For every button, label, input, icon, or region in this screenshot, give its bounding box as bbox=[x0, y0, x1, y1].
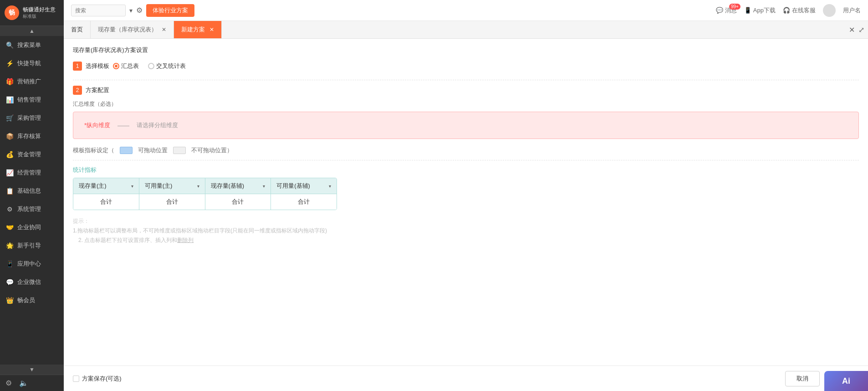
sidebar-item-sales[interactable]: 📊 销售管理 bbox=[0, 91, 64, 109]
sidebar-scroll-down[interactable]: ▼ bbox=[0, 365, 64, 375]
save-label: 方案保存(可选) bbox=[82, 375, 122, 383]
stats-col-0[interactable]: 现存量(主) ▾ bbox=[73, 178, 139, 194]
sidebar-item-marketing[interactable]: 🎁 营销推广 bbox=[0, 72, 64, 91]
sidebar-item-inventory[interactable]: 📦 库存核算 bbox=[0, 127, 64, 145]
sidebar-item-basic-info[interactable]: 📋 基础信息 bbox=[0, 182, 64, 200]
online-service-button[interactable]: 🎧 在线客服 bbox=[783, 6, 816, 15]
save-checkbox[interactable] bbox=[73, 376, 79, 382]
stats-table-header: 现存量(主) ▾ 可用量(主) ▾ 现存量(基辅) ▾ 可用量(基辅) ▾ bbox=[73, 178, 337, 194]
app-download-label: App下载 bbox=[753, 6, 776, 15]
col-1-chevron[interactable]: ▾ bbox=[197, 184, 199, 189]
col-2-chevron[interactable]: ▾ bbox=[263, 184, 265, 189]
radio-summary-dot bbox=[113, 63, 119, 69]
tab-inventory[interactable]: 现存量（库存状况表） ✕ bbox=[91, 21, 174, 38]
dimension-required-label: *纵向维度 bbox=[84, 121, 110, 129]
content-area: 现存量(库存状况表)方案设置 1 选择模板 汇总表 交叉统计表 bbox=[64, 39, 868, 365]
tab-home[interactable]: 首页 bbox=[64, 21, 91, 38]
section-1: 1 选择模板 汇总表 交叉统计表 bbox=[73, 62, 859, 71]
stats-table: 现存量(主) ▾ 可用量(主) ▾ 现存量(基辅) ▾ 可用量(基辅) ▾ bbox=[73, 178, 337, 210]
stats-col-3[interactable]: 可用量(基辅) ▾ bbox=[271, 178, 337, 194]
sidebar-item-label: 新手引导 bbox=[17, 242, 41, 250]
sidebar-item-label: 经营管理 bbox=[17, 169, 41, 177]
app-download-button[interactable]: 📱 App下载 bbox=[744, 6, 776, 15]
col-3-chevron[interactable]: ▾ bbox=[329, 184, 331, 189]
section-1-header: 1 选择模板 汇总表 交叉统计表 bbox=[73, 62, 859, 71]
app-logo-icon: 畅 bbox=[5, 5, 19, 20]
page-title: 现存量(库存状况表)方案设置 bbox=[73, 46, 859, 54]
sidebar-item-finance[interactable]: 💰 资金管理 bbox=[0, 145, 64, 164]
stats-col-2-label: 现存量(基辅) bbox=[211, 182, 245, 190]
tab-new-scheme-label: 新建方案 bbox=[181, 26, 205, 34]
stats-table-row: 合计 合计 合计 合计 bbox=[73, 194, 337, 210]
tip-0: 1.拖动标题栏可以调整布局，不可跨维度或指标区域拖动栏目字段(只能在同一维度或指… bbox=[73, 227, 859, 235]
sidebar-item-label: 营销推广 bbox=[17, 77, 41, 86]
volume-icon[interactable]: 🔈 bbox=[19, 379, 28, 387]
radio-cross-table[interactable]: 交叉统计表 bbox=[148, 62, 186, 70]
sidebar-item-appstore[interactable]: 📱 应用中心 bbox=[0, 255, 64, 273]
stats-col-1[interactable]: 可用量(主) ▾ bbox=[139, 178, 205, 194]
topbar-gear-icon[interactable]: ⚙ bbox=[136, 6, 143, 15]
system-icon: ⚙ bbox=[5, 205, 14, 213]
settings-icon[interactable]: ⚙ bbox=[5, 379, 12, 387]
tab-new-scheme[interactable]: 新建方案 ✕ bbox=[174, 21, 222, 38]
basic-info-icon: 📋 bbox=[5, 187, 14, 195]
section-1-num: 1 bbox=[73, 62, 82, 71]
guide-icon: 🌟 bbox=[5, 242, 14, 250]
section-1-title: 选择模板 bbox=[86, 62, 109, 70]
sidebar-item-system[interactable]: ⚙ 系统管理 bbox=[0, 200, 64, 218]
radio-summary-table[interactable]: 汇总表 bbox=[113, 62, 139, 70]
finance-icon: 💰 bbox=[5, 150, 14, 159]
radio-cross-dot bbox=[148, 63, 154, 69]
stats-col-1-label: 可用量(主) bbox=[145, 182, 173, 190]
search-input[interactable] bbox=[71, 5, 126, 16]
username-label[interactable]: 用户名 bbox=[843, 6, 861, 15]
sidebar-item-wechat[interactable]: 💬 企业微信 bbox=[0, 273, 64, 291]
tab-expand-button[interactable]: ⤢ bbox=[858, 26, 864, 34]
tabs-actions: ✕ ⤢ bbox=[849, 26, 868, 34]
divider-1 bbox=[73, 80, 859, 80]
tip-1-text: 2. 点击标题栏下拉可设置排序、插入列和 bbox=[73, 237, 177, 243]
cancel-button[interactable]: 取消 bbox=[785, 371, 820, 386]
stats-section-title: 统计指标 bbox=[73, 166, 859, 174]
radio-summary-label: 汇总表 bbox=[121, 62, 139, 70]
sidebar-item-label: 系统管理 bbox=[17, 205, 41, 213]
service-icon: 🎧 bbox=[783, 7, 790, 14]
col-0-chevron[interactable]: ▾ bbox=[131, 184, 133, 189]
sidebar-item-nav[interactable]: ⚡ 快捷导航 bbox=[0, 54, 64, 72]
sidebar-item-label: 企业微信 bbox=[17, 278, 41, 286]
sidebar: 畅 畅赚通好生意 标准版 ▲ 🔍 搜索菜单 ⚡ 快捷导航 🎁 营销推广 📊 销售… bbox=[0, 0, 64, 391]
message-button[interactable]: 💬 消息 99+ bbox=[716, 6, 737, 15]
save-option[interactable]: 方案保存(可选) bbox=[73, 375, 122, 383]
user-avatar[interactable] bbox=[823, 4, 836, 17]
message-icon: 💬 bbox=[716, 7, 723, 14]
dimension-area[interactable]: *纵向维度 —— 请选择分组维度 bbox=[73, 112, 859, 139]
stats-col-2[interactable]: 现存量(基辅) ▾ bbox=[205, 178, 271, 194]
radio-cross-label: 交叉统计表 bbox=[156, 62, 186, 70]
wechat-icon: 💬 bbox=[5, 278, 14, 286]
dimension-dash: —— bbox=[117, 122, 129, 129]
sidebar-item-member[interactable]: 👑 畅会员 bbox=[0, 291, 64, 309]
tab-home-label: 首页 bbox=[71, 26, 83, 34]
sidebar-item-guide[interactable]: 🌟 新手引导 bbox=[0, 237, 64, 255]
dropdown-icon[interactable]: ▾ bbox=[129, 7, 133, 14]
sidebar-item-collab[interactable]: 🤝 企业协同 bbox=[0, 218, 64, 237]
tab-new-scheme-close[interactable]: ✕ bbox=[209, 26, 214, 33]
sidebar-item-label: 销售管理 bbox=[17, 96, 41, 104]
inventory-icon: 📦 bbox=[5, 132, 14, 140]
tab-close-all-button[interactable]: ✕ bbox=[849, 26, 855, 34]
template-indicator: 模板指标设定（ 可拖动位置 不可拖动位置） bbox=[73, 146, 859, 154]
sidebar-bottom: ⚙ 🔈 bbox=[0, 375, 64, 391]
sidebar-item-purchase[interactable]: 🛒 采购管理 bbox=[0, 109, 64, 127]
delete-col-link[interactable]: 删除列 bbox=[177, 237, 194, 243]
tab-inventory-close[interactable]: ✕ bbox=[162, 26, 166, 33]
sales-icon: 📊 bbox=[5, 96, 14, 104]
sidebar-scroll-up[interactable]: ▲ bbox=[0, 26, 64, 36]
app-name: 畅赚通好生意 bbox=[23, 6, 56, 14]
tab-inventory-label: 现存量（库存状况表） bbox=[98, 26, 157, 34]
app-version: 标准版 bbox=[23, 13, 56, 20]
trial-button[interactable]: 体验行业方案 bbox=[146, 4, 194, 17]
sidebar-item-operations[interactable]: 📈 经营管理 bbox=[0, 164, 64, 182]
ai-float-button[interactable]: Ai bbox=[824, 371, 868, 391]
bottom-bar: 方案保存(可选) 取消 查询 bbox=[64, 365, 868, 391]
sidebar-item-search[interactable]: 🔍 搜索菜单 bbox=[0, 36, 64, 54]
